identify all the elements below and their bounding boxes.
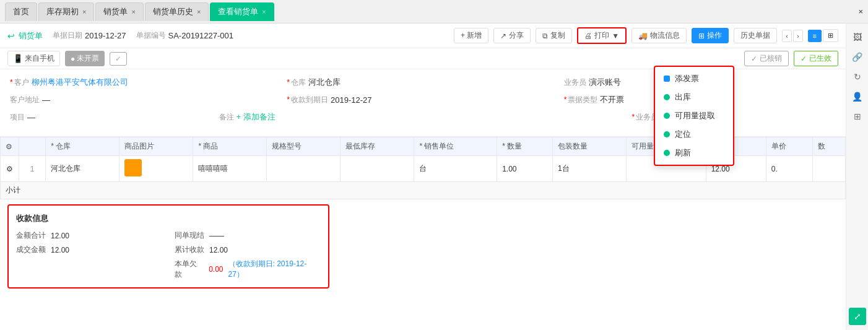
check-icon: ✓: [115, 54, 121, 63]
row-img: [119, 156, 193, 182]
col-warehouse: * 仓库: [46, 137, 119, 156]
view-btns: ≡ ⊞: [808, 29, 838, 42]
row-spec: [267, 156, 341, 182]
due-date-field: 收款到期日 2019-12-27: [287, 95, 558, 105]
ticket-icon: ●: [71, 54, 75, 63]
col-qty: * 数量: [497, 137, 553, 156]
doc-actions: + 新增 ↗ 分享 ⧉ 复制 🖨 打印 ▼ 🚚 物流信息: [454, 27, 838, 44]
operate-button[interactable]: ⊞ 操作: [692, 28, 729, 43]
deal-amount-item: 成交金额 12.00: [16, 245, 162, 255]
dropdown-menu: 添发票 出库 可用量提取 定位 刷新: [654, 66, 734, 166]
amount-item: 金额合计 12.00: [16, 230, 162, 241]
row-num: 1: [19, 156, 46, 182]
col-more: 数: [812, 137, 845, 156]
right-icons-panel: 🖼 🔗 ↻ 👤 ⊞ ⤢: [846, 24, 868, 330]
print-button[interactable]: 🖨 打印 ▼: [577, 27, 627, 44]
share-button[interactable]: ↗ 分享: [493, 28, 531, 43]
nav-arrows: ‹ ›: [782, 30, 802, 42]
tab-inventory-close[interactable]: ×: [82, 8, 86, 15]
locate-icon: [664, 131, 670, 137]
grid-icon: ⊞: [698, 32, 705, 40]
payment-section: 收款信息 金额合计 12.00 同单现结 —— 成交金额 12.00 累计收款 …: [7, 204, 329, 289]
col-price: 单价: [766, 137, 812, 156]
right-table-button[interactable]: ⊞: [849, 108, 866, 125]
tab-sales[interactable]: 销货单 ×: [95, 2, 143, 21]
row-price: 0.: [766, 156, 812, 182]
list-view-button[interactable]: ≡: [808, 30, 822, 42]
plus-icon: +: [237, 112, 241, 121]
cumulative-item: 累计收款 12.00: [175, 245, 321, 255]
from-phone-button[interactable]: 📱 来自手机: [7, 51, 60, 66]
dropdown-locate[interactable]: 定位: [655, 125, 733, 144]
right-link-button[interactable]: 🔗: [849, 48, 866, 66]
tab-sales-close[interactable]: ×: [131, 8, 135, 15]
right-img-button[interactable]: 🖼: [849, 28, 866, 46]
doc-toolbar: ↩ 销货单 单据日期 2019-12-27 单据编号 SA-20191227-0…: [0, 24, 846, 48]
copy-icon: ⧉: [542, 32, 548, 40]
add-invoice-icon: [664, 76, 670, 82]
not-open-button[interactable]: ● 未开票: [65, 51, 105, 66]
project-field: 项目 —: [10, 112, 214, 123]
col-unit: * 销售单位: [414, 137, 497, 156]
print-icon: 🖨: [584, 32, 592, 40]
dropdown-refresh[interactable]: 刷新: [655, 144, 733, 162]
col-product: * 商品: [193, 137, 267, 156]
check-circle-icon: ✓: [751, 54, 757, 63]
row-more: [812, 156, 845, 182]
row-unit: 台: [414, 156, 497, 182]
share-icon: ↗: [500, 32, 506, 40]
available-qty-icon: [664, 113, 670, 119]
history-button[interactable]: 历史单据: [734, 28, 777, 43]
tab-sales-history[interactable]: 销货单历史 ×: [145, 2, 209, 21]
effect-check-icon: ✓: [801, 54, 807, 63]
window-close-button[interactable]: ×: [858, 7, 863, 16]
new-button[interactable]: + 新增: [454, 28, 488, 43]
subtotal-label: 小计: [1, 182, 846, 199]
col-spec: 规格型号: [267, 137, 341, 156]
tab-sales-history-close[interactable]: ×: [197, 8, 201, 15]
dropdown-out-stock[interactable]: 出库: [655, 88, 733, 106]
row-gear[interactable]: ⚙: [1, 156, 19, 182]
subtotal-row: 小计: [1, 182, 846, 199]
col-pack-qty: 包装数量: [552, 137, 626, 156]
balance-item: 本单欠款 0.00 （收款到期日: 2019-12-27）: [175, 259, 321, 280]
row-min-stock: [341, 156, 414, 182]
warehouse-field: 仓库 河北仓库: [287, 77, 558, 88]
payment-grid: 金额合计 12.00 同单现结 —— 成交金额 12.00 累计收款 12.00…: [16, 230, 321, 280]
address-field: 客户地址 —: [10, 95, 282, 105]
row-pack-qty: 1台: [552, 156, 626, 182]
row-warehouse: 河北仓库: [46, 156, 119, 182]
right-expand-button[interactable]: ⤢: [849, 308, 866, 325]
dropdown-add-invoice[interactable]: 添发票: [655, 69, 733, 88]
prev-button[interactable]: ‹: [782, 30, 792, 42]
sold-button[interactable]: ✓ 已核销: [744, 51, 789, 66]
out-stock-icon: [664, 94, 670, 100]
next-button[interactable]: ›: [793, 30, 803, 42]
check-icon-button[interactable]: ✓: [110, 52, 127, 66]
add-remark-button[interactable]: + 添加备注: [237, 111, 276, 123]
tab-bar: 首页 库存期初 × 销货单 × 销货单历史 × 查看销货单 × ×: [0, 0, 868, 24]
product-image: [124, 159, 142, 176]
col-gear: ⚙: [1, 137, 19, 156]
tab-check-sales-close[interactable]: ×: [262, 8, 266, 15]
copy-button[interactable]: ⧉ 复制: [536, 28, 572, 43]
right-reload-button[interactable]: ↻: [849, 68, 866, 85]
tab-inventory[interactable]: 库存期初 ×: [38, 2, 94, 21]
row-qty: 1.00: [497, 156, 553, 182]
truck-icon: 🚚: [638, 32, 648, 40]
phone-icon: 📱: [13, 54, 23, 63]
tab-check-sales[interactable]: 查看销货单 ×: [210, 2, 274, 21]
col-img: 商品图片: [119, 137, 193, 156]
refresh-icon: [664, 150, 670, 156]
doc-type: ↩ 销货单: [7, 30, 43, 41]
right-user-button[interactable]: 👤: [849, 88, 866, 105]
effect-button[interactable]: ✓ 已生效: [794, 51, 838, 66]
doc-meta: 单据日期 2019-12-27 单据编号 SA-20191227-001: [53, 30, 233, 41]
col-min-stock: 最低库存: [341, 137, 414, 156]
payment-title: 收款信息: [16, 213, 321, 224]
grid-view-button[interactable]: ⊞: [823, 29, 838, 42]
tab-home[interactable]: 首页: [5, 2, 37, 21]
remark-field: 备注 + 添加备注: [219, 111, 627, 123]
dropdown-available-qty[interactable]: 可用量提取: [655, 106, 733, 125]
logistics-button[interactable]: 🚚 物流信息: [631, 28, 687, 43]
